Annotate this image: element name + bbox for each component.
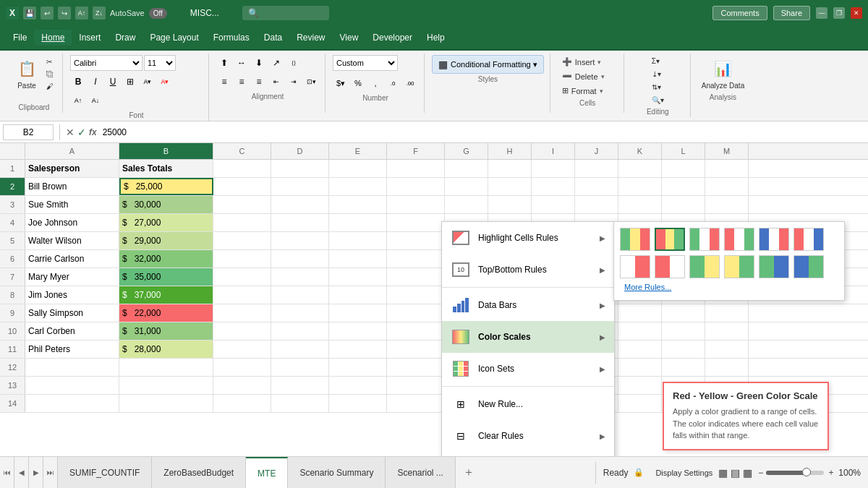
cell-a8[interactable]: Jim Jones (25, 286, 119, 304)
cell-l2[interactable] (662, 178, 705, 195)
increase-font-button[interactable]: A↑ (70, 93, 86, 108)
display-settings-button[interactable]: Display Settings (655, 468, 712, 477)
restore-button[interactable]: ❐ (833, 7, 845, 19)
tab-scenario-summary[interactable]: Scenario Summary (288, 457, 386, 488)
align-left-button[interactable]: ≡ (216, 74, 232, 90)
color-scale-green-white-red[interactable] (689, 228, 720, 251)
color-scale-red-white-green[interactable] (724, 228, 754, 251)
cell-b7[interactable]: $ 35,000 (119, 268, 213, 286)
color-scale-blue-green[interactable] (793, 255, 824, 278)
col-header-j[interactable]: J (575, 143, 618, 159)
new-rule-item[interactable]: ⊞ New Rule... (442, 388, 614, 420)
paste-button[interactable]: 📋 Paste (12, 55, 42, 92)
page-layout-view-button[interactable]: ▤ (731, 467, 740, 479)
cell-b8[interactable]: $ 37,000 (119, 286, 213, 304)
color-scale-red-white-blue[interactable] (793, 228, 824, 251)
sum-button[interactable]: Σ▾ (648, 55, 668, 67)
save-icon[interactable]: 💾 (23, 7, 36, 20)
number-format-select[interactable]: Custom General Number Currency Accountin… (333, 55, 398, 71)
cell-e1[interactable] (329, 160, 387, 177)
cell-b6[interactable]: $ 32,000 (119, 250, 213, 267)
cell-i2[interactable] (532, 178, 575, 195)
color-scale-red-yellow-green[interactable] (655, 228, 685, 251)
cell-h1[interactable] (488, 160, 532, 177)
col-header-b[interactable]: B (119, 143, 213, 159)
cell-b3[interactable]: $ 30,000 (119, 196, 213, 213)
align-top-button[interactable]: ⬆ (216, 55, 232, 71)
border-button[interactable]: ⊞ (122, 74, 138, 90)
minimize-button[interactable]: — (816, 7, 827, 19)
color-scale-blue-white-red[interactable] (759, 228, 789, 251)
tab-sumif-countif[interactable]: SUMIF_COUNTIF (58, 457, 152, 488)
menu-home[interactable]: Home (34, 30, 72, 46)
cell-j1[interactable] (575, 160, 618, 177)
sort-filter-button[interactable]: ⇅▾ (648, 81, 668, 93)
decrease-indent-button[interactable]: ⇤ (268, 74, 284, 90)
delete-cells-button[interactable]: ➖ Delete ▾ (558, 69, 618, 83)
page-break-view-button[interactable]: ▦ (743, 467, 752, 479)
share-button[interactable]: Share (773, 6, 810, 20)
menu-insert[interactable]: Insert (72, 30, 108, 46)
bold-button[interactable]: B (70, 74, 86, 90)
cell-a9[interactable]: Sally Simpson (25, 304, 119, 322)
align-center-button[interactable]: ≡ (234, 74, 250, 90)
cut-button[interactable]: ✂ (43, 56, 56, 67)
italic-button[interactable]: I (88, 74, 103, 90)
comments-button[interactable]: Comments (712, 6, 767, 20)
cell-e3[interactable] (329, 196, 387, 213)
cell-j2[interactable] (575, 178, 618, 195)
col-header-m[interactable]: M (705, 143, 749, 159)
comma-button[interactable]: , (367, 75, 383, 91)
cell-h2[interactable] (488, 178, 532, 195)
menu-data[interactable]: Data (257, 30, 289, 46)
add-sheet-button[interactable]: ＋ (456, 457, 482, 488)
cell-g1[interactable] (445, 160, 488, 177)
cell-a3[interactable]: Sue Smith (25, 196, 119, 213)
conditional-formatting-button[interactable]: ▦ Conditional Formatting ▾ (432, 55, 544, 74)
col-header-l[interactable]: L (662, 143, 705, 159)
col-header-a[interactable]: A (25, 143, 119, 159)
zoom-slider-thumb[interactable] (802, 468, 811, 476)
col-header-h[interactable]: H (488, 143, 532, 159)
underline-button[interactable]: U (105, 74, 121, 90)
copy-button[interactable]: ⿻ (43, 69, 56, 80)
col-header-i[interactable]: I (532, 143, 575, 159)
sheet-nav-last[interactable]: ⏭ (43, 457, 58, 488)
percent-button[interactable]: % (350, 75, 366, 91)
icon-sets-item[interactable]: Icon Sets ▶ (442, 353, 614, 385)
undo-icon[interactable]: ↩ (41, 7, 54, 20)
cell-f2[interactable] (387, 178, 445, 195)
align-right-button[interactable]: ≡ (251, 74, 267, 90)
cell-a7[interactable]: Mary Myer (25, 268, 119, 286)
cell-d3[interactable] (271, 196, 329, 213)
insert-cells-button[interactable]: ➕ Insert ▾ (558, 55, 618, 69)
top-bottom-rules-item[interactable]: 10 Top/Bottom Rules ▶ (442, 254, 614, 286)
search-input[interactable] (242, 6, 329, 20)
col-header-e[interactable]: E (329, 143, 387, 159)
cancel-formula-icon[interactable]: ✕ (66, 127, 75, 138)
fill-color-button[interactable]: A▾ (140, 74, 156, 90)
cell-f1[interactable] (387, 160, 445, 177)
analyze-data-button[interactable]: 📊 Analyze Data (698, 55, 748, 92)
cell-c3[interactable] (213, 196, 271, 213)
cell-d1[interactable] (271, 160, 329, 177)
cell-c1[interactable] (213, 160, 271, 177)
highlight-cells-rules-item[interactable]: Highlight Cells Rules ▶ (442, 222, 614, 254)
col-header-g[interactable]: G (445, 143, 488, 159)
tab-zero-based-budget[interactable]: ZeroBasedBudget (152, 457, 246, 488)
sheet-nav-next[interactable]: ▶ (29, 457, 43, 488)
cell-m1[interactable] (705, 160, 749, 177)
zoom-in-button[interactable]: ＋ (827, 466, 835, 479)
decrease-decimal-button[interactable]: .0 (385, 75, 401, 91)
cell-e2[interactable] (329, 178, 387, 195)
color-scale-yellow-green[interactable] (724, 255, 754, 278)
clear-rules-item[interactable]: ⊟ Clear Rules ▶ (442, 420, 614, 452)
cell-b2[interactable]: $ 25,000 (119, 178, 213, 195)
cell-a2[interactable]: Bill Brown (25, 178, 119, 195)
cell-b4[interactable]: $ 27,000 (119, 214, 213, 231)
color-scale-green-yellow-red[interactable] (620, 228, 650, 251)
data-bars-item[interactable]: Data Bars ▶ (442, 289, 614, 321)
autosave-toggle[interactable]: Off (149, 8, 167, 19)
cell-a5[interactable]: Walter Wilson (25, 232, 119, 249)
cell-f3[interactable] (387, 196, 445, 213)
